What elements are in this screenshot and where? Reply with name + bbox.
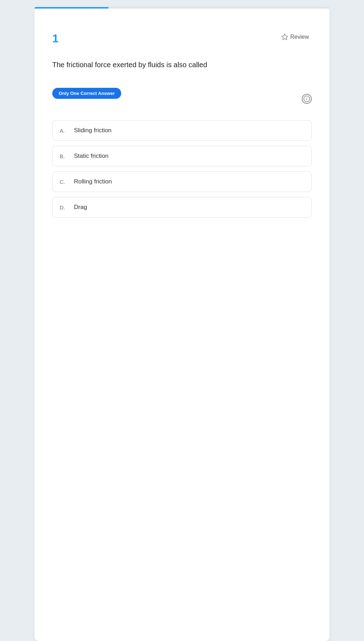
review-label: Review [290,34,309,40]
badge-info-row: Only One Correct Answer [52,88,312,109]
progress-bar-container [34,7,330,9]
options-section: A.Sliding frictionB.Static frictionC.Rol… [52,120,312,218]
option-item-0[interactable]: A.Sliding friction [52,120,312,141]
question-card: 1 Review The frictional force exerted by… [34,7,330,641]
option-letter-1: B. [60,153,70,159]
option-letter-0: A. [60,128,70,134]
option-text-0: Sliding friction [74,127,112,134]
option-letter-3: D. [60,204,70,210]
option-item-3[interactable]: D.Drag [52,197,312,218]
question-text: The frictional force exerted by fluids i… [52,59,312,70]
option-letter-2: C. [60,179,70,185]
option-item-2[interactable]: C.Rolling friction [52,171,312,192]
progress-bar-fill [34,7,108,9]
option-text-1: Static friction [74,153,108,160]
info-icon[interactable] [302,94,312,104]
option-item-1[interactable]: B.Static friction [52,146,312,166]
option-text-2: Rolling friction [74,178,112,185]
option-text-3: Drag [74,204,87,211]
question-number: 1 [52,32,59,45]
answer-type-badge: Only One Correct Answer [52,88,121,99]
star-icon [281,33,288,41]
question-header: 1 Review [52,32,312,45]
review-button[interactable]: Review [278,32,312,42]
svg-marker-0 [282,34,288,40]
page-container: 1 Review The frictional force exerted by… [0,0,364,641]
